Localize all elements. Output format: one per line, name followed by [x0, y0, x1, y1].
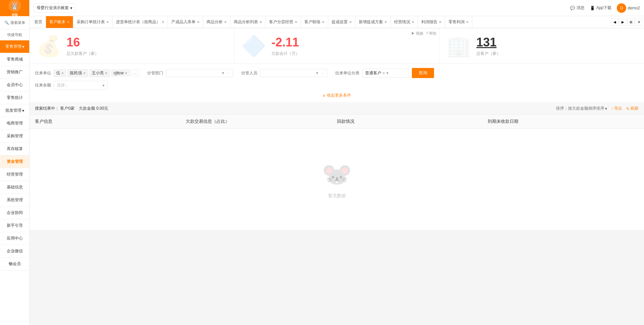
- sidebar-item-purchase[interactable]: 采购管理: [0, 130, 29, 143]
- sidebar-item-member2[interactable]: 畅会员: [0, 258, 29, 270]
- sidebar-item-basic[interactable]: 基础信息: [0, 181, 29, 194]
- sidebar-item-enterprise[interactable]: 企业协同: [0, 207, 29, 219]
- tab-close-product-analysis-list[interactable]: ✕: [259, 20, 262, 24]
- filter-person-extra-icon: ···: [321, 71, 324, 75]
- tab-customer-contact[interactable]: 客户联络 ✕: [301, 16, 328, 28]
- quick-nav-button[interactable]: 快捷导航: [7, 32, 22, 37]
- result-actions: 排序：按欠款金额倒序排序 ▾ ↑ 导出 ↻ 刷新: [556, 106, 639, 111]
- sidebar-item-newbie[interactable]: 新手引导: [0, 219, 29, 232]
- filter-unit-more[interactable]: ...: [131, 70, 139, 76]
- video-help-btn[interactable]: ▶ 视频: [411, 31, 423, 36]
- tab-close-purchase-orders[interactable]: ✕: [106, 20, 109, 24]
- help-btn[interactable]: ? 帮助: [426, 31, 436, 36]
- tab-purchase-orders[interactable]: 采购订单统计表 ✕: [73, 16, 113, 28]
- tab-close-profit-report[interactable]: ✕: [439, 20, 441, 24]
- filter-category-select[interactable]: 普通客户 ✕ ▾: [362, 69, 409, 78]
- collapse-btn[interactable]: ∧ 收起更多条件: [320, 93, 354, 98]
- export-btn[interactable]: ↑ 导出: [611, 106, 622, 111]
- query-button[interactable]: 查询: [412, 68, 434, 78]
- tab-close-retail-profit[interactable]: ✕: [466, 20, 469, 24]
- tab-customer-balance[interactable]: 客户账本 ✕: [46, 16, 73, 28]
- search-menu-btn[interactable]: 🔍 搜索菜单: [0, 16, 29, 30]
- stats-banner: 💰 16 总欠款客户（家） 🔷 -2.11 欠款合计（万） ▶ 视频 ? 帮助 …: [30, 28, 644, 63]
- tab-product-analysis-list[interactable]: 商品分析列表 ✕: [230, 16, 266, 28]
- filter-tag-unit-1-close[interactable]: ✕: [61, 71, 64, 75]
- filter-tag-unit-2: 陈民强 ✕: [68, 69, 88, 77]
- search-menu-button[interactable]: 🔍 搜索菜单: [3, 19, 27, 27]
- avatar: D: [617, 3, 626, 13]
- tab-production-in[interactable]: 产成品入库单 ✕: [168, 16, 203, 28]
- sidebar-item-retail-mall[interactable]: 零售商城: [0, 53, 29, 66]
- tab-profit-report[interactable]: 利润报告 ✕: [418, 16, 445, 28]
- filter-category-tag-close[interactable]: ✕: [382, 71, 385, 75]
- sort-arrow-icon: ▾: [605, 106, 607, 111]
- filter-person-label: 分管人员: [241, 70, 257, 76]
- tab-close-operations-status[interactable]: ✕: [412, 20, 414, 24]
- sidebar-item-inventory[interactable]: 库存核算: [0, 143, 29, 155]
- sidebar-item-member[interactable]: 会员中心: [0, 79, 29, 92]
- refresh-icon: ↻: [626, 106, 630, 111]
- message-btn[interactable]: 💬 消息: [570, 5, 585, 11]
- export-icon: ↑: [611, 106, 613, 111]
- filter-row-1: 往来单位 伍 ✕ 陈民强 ✕ 王小亮 ✕ cjttcw: [35, 68, 639, 78]
- topbar: 母婴行业演示账套 ▾ 💬 消息 📱 App下载 D demo2: [30, 0, 644, 16]
- phone-icon: 📱: [590, 6, 595, 10]
- tab-close-customer-contact[interactable]: ✕: [322, 20, 325, 24]
- app-download-btn[interactable]: 📱 App下载: [590, 5, 611, 11]
- tab-close-inbound-stats[interactable]: ✕: [162, 20, 164, 24]
- sidebar-item-marketing[interactable]: 营销推广: [0, 66, 29, 79]
- tab-prev-btn[interactable]: ◀: [611, 19, 618, 26]
- chevron-up-icon: ∧: [323, 93, 326, 98]
- tab-close-customer-balance[interactable]: ✕: [67, 20, 70, 24]
- user-menu[interactable]: D demo2: [617, 3, 640, 13]
- tab-close-customer-segment[interactable]: ✕: [295, 20, 297, 24]
- sort-select[interactable]: 排序：按欠款金额倒序排序 ▾: [556, 106, 607, 111]
- filter-row-2: 往来余额 选择... ▾: [35, 81, 639, 90]
- filter-balance-placeholder: 选择...: [57, 82, 68, 88]
- tabbar: 首页 客户账本 ✕ 采购订单统计表 ✕ 进货单统计表（按商品） ✕ 产成品入库单…: [30, 16, 644, 28]
- tab-promotion-settings[interactable]: 提成设置 ✕: [328, 16, 355, 28]
- tab-customer-segment[interactable]: 客户分层经营 ✕: [266, 16, 301, 28]
- result-bar: 搜索结果中： 客户0家 欠款金额 0.00元 排序：按欠款金额倒序排序 ▾ ↑ …: [30, 103, 644, 114]
- workspace-select[interactable]: 母婴行业演示账套 ▾: [34, 3, 75, 12]
- filter-balance-select[interactable]: 选择... ▾: [54, 81, 108, 90]
- tab-close-new-promotion-plan[interactable]: ✕: [384, 20, 387, 24]
- sidebar-item-finance[interactable]: 资金管理: [0, 155, 29, 168]
- filter-tag-unit-4-close[interactable]: ✕: [125, 71, 127, 75]
- filter-category-tag: 普通客户 ✕: [365, 70, 385, 76]
- table-col-customer: 客户信息: [35, 118, 186, 124]
- sidebar-item-retail-mgmt[interactable]: 零售管理 ▾: [0, 40, 29, 53]
- tab-home[interactable]: 首页: [31, 16, 46, 28]
- quick-nav-btn[interactable]: 快捷导航: [0, 30, 29, 40]
- tab-new-promotion-plan[interactable]: 新增提成方案 ✕: [355, 16, 391, 28]
- stat-number-customers: 16: [67, 35, 80, 49]
- tab-close-all-btn[interactable]: ✕: [635, 19, 643, 26]
- topbar-right: 💬 消息 📱 App下载 D demo2: [570, 3, 640, 13]
- table-col-debt-info: 欠款交易信息（占比）: [186, 118, 337, 124]
- sidebar-item-system[interactable]: 系统管理: [0, 194, 29, 207]
- tab-close-promotion-settings[interactable]: ✕: [349, 20, 352, 24]
- sidebar-item-operations[interactable]: 经营管理: [0, 168, 29, 181]
- filter-tag-unit-2-close[interactable]: ✕: [83, 71, 86, 75]
- tab-close-product-analysis[interactable]: ✕: [224, 20, 227, 24]
- filter-dept-select[interactable]: ▾ ···: [166, 69, 233, 77]
- filter-person-select[interactable]: ▾ ···: [260, 69, 327, 77]
- tab-close-production-in[interactable]: ✕: [197, 20, 200, 24]
- tab-product-analysis[interactable]: 商品分析 ✕: [203, 16, 230, 28]
- sidebar-item-wholesale[interactable]: 批发管理 ▾: [0, 104, 29, 117]
- refresh-btn[interactable]: ↻ 刷新: [626, 106, 639, 111]
- filter-tag-unit-3: 王小亮 ✕: [89, 69, 110, 77]
- tab-inbound-stats[interactable]: 进货单统计表（按商品） ✕: [113, 16, 168, 28]
- sidebar-item-retail-stat[interactable]: 零售统计: [0, 92, 29, 104]
- tab-retail-profit[interactable]: 零售利润 ✕: [445, 16, 472, 28]
- tab-expand-btn[interactable]: ⊞: [627, 19, 635, 26]
- filter-category-label: 往来单位分类: [335, 70, 359, 76]
- sidebar-item-appstore[interactable]: 应用中心: [0, 232, 29, 245]
- result-info: 搜索结果中： 客户0家 欠款金额 0.00元: [35, 106, 108, 111]
- tab-next-btn[interactable]: ▶: [619, 19, 627, 26]
- filter-tag-unit-3-close[interactable]: ✕: [105, 71, 108, 75]
- sidebar-item-ecommerce[interactable]: 电商管理: [0, 117, 29, 130]
- sidebar-item-wechat[interactable]: 企业微信: [0, 245, 29, 258]
- tab-operations-status[interactable]: 经营情况 ✕: [391, 16, 418, 28]
- stat-bg-building-icon: 🏢: [446, 34, 471, 58]
